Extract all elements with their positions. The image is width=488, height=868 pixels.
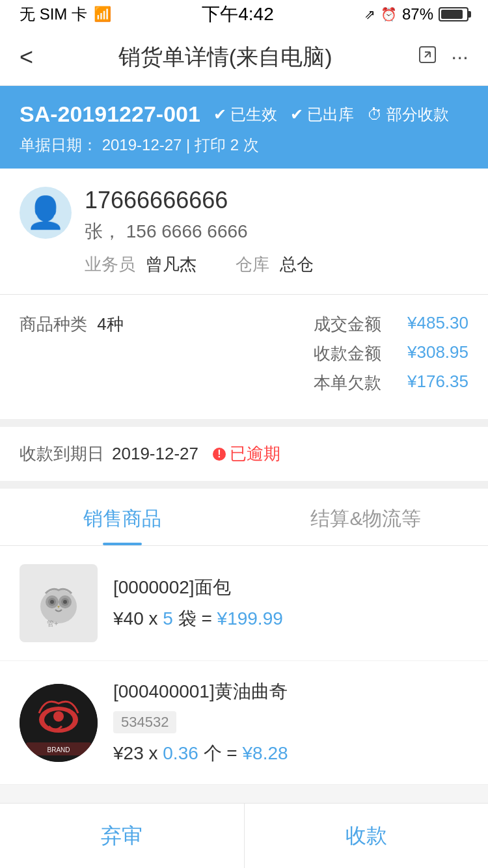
deal-amount-value: ¥485.30 xyxy=(407,313,468,336)
product-name-2: [000400001]黄油曲奇 xyxy=(113,679,468,704)
user-icon: 👤 xyxy=(26,195,65,231)
check-icon-1: ✔ xyxy=(213,105,226,124)
avatar: 👤 xyxy=(20,187,72,239)
product-list: 管+ [0000002]面包 ¥40 x 5 袋 = ¥199.99 xyxy=(0,546,488,785)
product-total-1: ¥199.99 xyxy=(217,608,283,629)
share-button[interactable] xyxy=(417,44,438,70)
customer-account-id: 17666666666 xyxy=(85,187,468,214)
order-header: SA-20191227-001 ✔ 已生效 ✔ 已出库 ⏱ 部分收款 单据日期：… xyxy=(0,86,488,169)
more-button[interactable]: ··· xyxy=(451,45,468,69)
owl-icon: 管+ xyxy=(33,577,85,629)
due-section: 收款到期日 2019-12-27 ! 已逾期 xyxy=(0,427,488,489)
clock-icon: ⏱ xyxy=(367,105,383,124)
svg-point-13 xyxy=(53,711,64,722)
product-thumbnail-1: 管+ xyxy=(20,564,98,642)
product-info-1: [0000002]面包 ¥40 x 5 袋 = ¥199.99 xyxy=(113,575,468,631)
back-button[interactable]: < xyxy=(20,44,33,71)
time-label: 下午4:42 xyxy=(202,2,274,27)
amount-info: 成交金额 ¥485.30 收款金额 ¥308.95 本单欠款 ¥176.35 xyxy=(314,313,468,401)
warehouse-label: 仓库 xyxy=(236,253,269,276)
svg-point-6 xyxy=(50,600,54,604)
print-info: | 打印 2 次 xyxy=(186,136,259,154)
due-date-value: 2019-12-27 xyxy=(112,444,198,464)
battery-label: 87% xyxy=(402,5,433,23)
wifi-icon: 📶 xyxy=(94,6,111,23)
order-date: 2019-12-27 xyxy=(102,136,182,154)
nav-bar: < 销货单详情(来自电脑) ··· xyxy=(0,29,488,86)
warehouse-value: 总仓 xyxy=(280,253,314,276)
salesman-label: 业务员 xyxy=(85,253,135,276)
tabs: 销售商品 结算&物流等 xyxy=(0,489,488,546)
salesman-item: 业务员 曾凡杰 xyxy=(85,253,197,276)
confirm-button[interactable]: 收款 xyxy=(245,804,489,868)
deal-amount-row: 成交金额 ¥485.30 xyxy=(314,313,468,336)
product-type-info: 商品种类 4种 xyxy=(20,313,124,336)
location-icon: ⇗ xyxy=(364,7,375,22)
product-tag-2: 534532 xyxy=(113,711,176,733)
product-total-2: ¥8.28 xyxy=(242,743,288,763)
status-right: ⇗ ⏰ 87% xyxy=(364,5,468,23)
tab-settlement[interactable]: 结算&物流等 xyxy=(244,489,488,545)
warehouse-item: 仓库 总仓 xyxy=(236,253,314,276)
due-label: 收款到期日 xyxy=(20,442,104,465)
order-date-row: 单据日期： 2019-12-27 | 打印 2 次 xyxy=(20,135,468,156)
order-id: SA-20191227-001 xyxy=(20,102,200,127)
carrier-label: 无 SIM 卡 xyxy=(20,4,87,25)
list-item: BRAND [000400001]黄油曲奇 534532 ¥23 x 0.36 … xyxy=(0,661,488,785)
product-name-1: [0000002]面包 xyxy=(113,575,468,600)
type-count: 4种 xyxy=(97,314,123,334)
alarm-icon: ⏰ xyxy=(381,7,397,22)
battery-icon xyxy=(439,7,468,21)
type-label: 商品种类 xyxy=(20,314,87,334)
nav-actions: ··· xyxy=(417,44,468,70)
list-item: 管+ [0000002]面包 ¥40 x 5 袋 = ¥199.99 xyxy=(0,546,488,661)
product-price-1: ¥40 x 5 袋 = ¥199.99 xyxy=(113,606,468,631)
status-left: 无 SIM 卡 📶 xyxy=(20,4,111,25)
salesman-value: 曾凡杰 xyxy=(146,253,197,276)
tab-sales-products[interactable]: 销售商品 xyxy=(0,489,244,545)
status-partial: ⏱ 部分收款 xyxy=(367,104,449,125)
customer-info: 17666666666 张， 156 6666 6666 业务员 曾凡杰 仓库 … xyxy=(85,187,468,276)
product-qty-2: 0.36 xyxy=(163,743,198,763)
overdue-text: 已逾期 xyxy=(230,442,280,465)
product-thumbnail-2: BRAND xyxy=(20,684,98,762)
status-shipped: ✔ 已出库 xyxy=(290,104,354,125)
thumbnail-placeholder-1: 管+ xyxy=(20,564,98,642)
svg-text:管+: 管+ xyxy=(47,619,58,627)
customer-section: 👤 17666666666 张， 156 6666 6666 业务员 曾凡杰 仓… xyxy=(0,169,488,295)
received-amount-value: ¥308.95 xyxy=(407,342,468,365)
overdue-badge: ! 已逾期 xyxy=(213,442,280,465)
received-amount-row: 收款金额 ¥308.95 xyxy=(314,342,468,365)
product-info-2: [000400001]黄油曲奇 534532 ¥23 x 0.36 个 = ¥8… xyxy=(113,679,468,766)
status-effective: ✔ 已生效 xyxy=(213,104,277,125)
customer-meta: 业务员 曾凡杰 仓库 总仓 xyxy=(85,253,468,276)
cancel-button[interactable]: 弃审 xyxy=(0,804,245,868)
owe-amount-value: ¥176.35 xyxy=(407,372,468,394)
page-title: 销货单详情(来自电脑) xyxy=(33,42,417,72)
overdue-icon: ! xyxy=(213,448,226,461)
date-label: 单据日期： xyxy=(20,136,98,154)
status-bar: 无 SIM 卡 📶 下午4:42 ⇗ ⏰ 87% xyxy=(0,0,488,29)
svg-text:BRAND: BRAND xyxy=(47,746,70,753)
check-icon-2: ✔ xyxy=(290,105,303,124)
product-qty-1: 5 xyxy=(163,608,173,629)
customer-name-phone: 张， 156 6666 6666 xyxy=(85,219,468,244)
product-price-2: ¥23 x 0.36 个 = ¥8.28 xyxy=(113,741,468,766)
deal-amount-label: 成交金额 xyxy=(314,313,381,336)
owe-amount-row: 本单欠款 ¥176.35 xyxy=(314,372,468,394)
product-image-2: BRAND xyxy=(20,684,98,762)
received-amount-label: 收款金额 xyxy=(314,342,381,365)
owe-amount-label: 本单欠款 xyxy=(314,372,381,394)
summary-section: 商品种类 4种 成交金额 ¥485.30 收款金额 ¥308.95 本单欠款 ¥… xyxy=(0,295,488,427)
bottom-bar: 弃审 收款 xyxy=(0,803,488,868)
svg-point-7 xyxy=(63,600,67,604)
